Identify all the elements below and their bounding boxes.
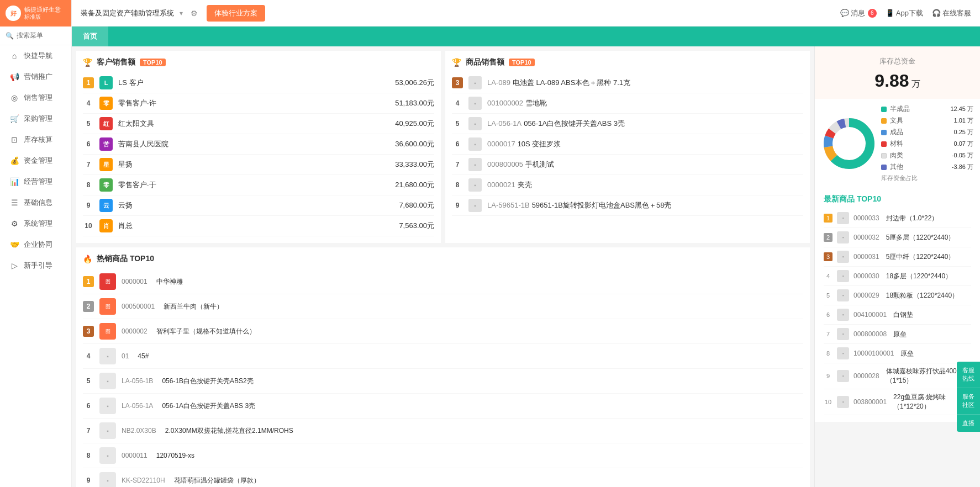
customer-name: 零售客户·于 bbox=[118, 180, 389, 190]
legend-item: 肉类 -0.05 万 bbox=[881, 151, 973, 160]
rank-number: 8 bbox=[452, 179, 463, 190]
customer-amount: 40,925.00元 bbox=[395, 119, 434, 129]
sidebar-label: 基础信息 bbox=[24, 198, 52, 208]
rank-number: 3 bbox=[83, 326, 94, 337]
community-btn[interactable]: 服务社区 bbox=[957, 388, 980, 415]
product-sales-title: 🏆 商品销售额 TOP10 bbox=[452, 57, 803, 67]
inventory-amount: 9.88 bbox=[874, 71, 909, 91]
customer-name: 红太阳文具 bbox=[118, 119, 389, 129]
product-sales-item: 5 ▪ LA-056-1A056-1A白色按键开关盖ABS 3壳 bbox=[452, 114, 803, 134]
purchase-icon: 🛒 bbox=[9, 114, 19, 123]
product-thumb: 图 bbox=[99, 323, 116, 340]
product-code: KK-SD22110H bbox=[122, 477, 165, 484]
logo-text: 畅捷通好生意 bbox=[24, 6, 61, 13]
sidebar-item-enterprise[interactable]: 🤝 企业协同 bbox=[0, 234, 71, 255]
sidebar-item-base-info[interactable]: ☰ 基础信息 bbox=[0, 192, 71, 213]
hot-item: 5 ▪ LA-056-1B 056-1B白色按键开关壳ABS2壳 bbox=[83, 369, 803, 394]
rank-number: 1 bbox=[824, 214, 833, 223]
product-code: 0000029 bbox=[853, 292, 879, 299]
product-code: 10000100001 bbox=[853, 350, 894, 357]
product-sales-item: 9 ▪ LA-59651-1B59651-1B旋转投影灯电池盒ABS黑色＋58壳 bbox=[452, 195, 803, 216]
product-info: 0000021夹壳 bbox=[487, 180, 803, 190]
legend-dot bbox=[881, 107, 887, 112]
customer-avatar: L bbox=[99, 76, 113, 89]
product-sales-item: 3 ▪ LA-089电池盖 LA-089 ABS本色＋黑种 7.1克 bbox=[452, 73, 803, 93]
sidebar-item-finance[interactable]: 💰 资金管理 bbox=[0, 150, 71, 171]
customer-avatar: 零 bbox=[99, 178, 113, 192]
inventory-title-row: 库存总资金 bbox=[824, 52, 971, 71]
sidebar-label: 营销推广 bbox=[24, 72, 52, 82]
sidebar-label: 企业协同 bbox=[24, 240, 52, 250]
rank-number: 1 bbox=[83, 276, 94, 287]
product-sales-panel: 🏆 商品销售额 TOP10 3 ▪ LA-089电池盖 LA-089 ABS本色… bbox=[445, 51, 810, 243]
sidebar-item-system[interactable]: ⚙ 系统管理 bbox=[0, 213, 71, 234]
hot-products-title: 🔥 热销商品 TOP10 bbox=[83, 254, 803, 264]
sidebar-logo: 好 畅捷通好生意 标准版 bbox=[0, 0, 71, 27]
customer-rank-item: 6 苦 苦南县人民医院 36,600.00元 bbox=[83, 134, 434, 155]
sidebar-item-sales[interactable]: ◎ 销售管理 bbox=[0, 87, 71, 108]
legend-dot bbox=[881, 153, 887, 158]
hot-item: 8 ▪ 0000011 12070519-xs bbox=[83, 443, 803, 468]
product-sales-item: 4 ▪ 001000002雪地靴 bbox=[452, 93, 803, 114]
product-thumb: ▪ bbox=[468, 199, 482, 212]
rank-number: 4 bbox=[83, 98, 94, 109]
customer-name: 零售客户·许 bbox=[118, 98, 389, 108]
message-badge: 6 bbox=[868, 9, 877, 18]
sidebar-item-inventory[interactable]: ⊡ 库存核算 bbox=[0, 129, 71, 150]
product-thumb: ▪ bbox=[837, 212, 849, 224]
customer-service-btn[interactable]: 客服热线 bbox=[957, 362, 980, 388]
product-name: 18颗粒板（1220*2440） bbox=[886, 291, 958, 300]
rank-number: 9 bbox=[83, 200, 94, 211]
customer-avatar: 星 bbox=[99, 158, 113, 171]
customer-badge: TOP10 bbox=[140, 59, 166, 66]
trial-btn[interactable]: 体验行业方案 bbox=[207, 5, 265, 22]
sidebar-nav: ⌂ 快捷导航 📢 营销推广 ◎ 销售管理 🛒 采购管理 ⊡ 库存核算 💰 资金管… bbox=[0, 45, 71, 487]
product-sales-item: 7 ▪ 000800005手机测试 bbox=[452, 155, 803, 175]
sidebar-item-operations[interactable]: 📊 经营管理 bbox=[0, 171, 71, 192]
product-code: 004100001 bbox=[853, 311, 887, 319]
product-name: 18多层（1220*2440） bbox=[886, 272, 952, 281]
product-name: 5厘多层（1220*2440） bbox=[886, 233, 955, 242]
marketing-icon: 📢 bbox=[9, 72, 19, 81]
product-name: 白钢垫 bbox=[893, 310, 913, 320]
sidebar-label: 新手引导 bbox=[24, 261, 52, 271]
customer-amount: 51,183.00元 bbox=[395, 98, 434, 108]
online-service-btn[interactable]: 🎧 在线客服 bbox=[932, 8, 971, 18]
latest-item: 4 ▪ 0000030 18多层（1220*2440） bbox=[824, 267, 971, 286]
rank-number: 9 bbox=[83, 475, 94, 486]
live-btn[interactable]: 直播 bbox=[957, 415, 980, 432]
message-btn[interactable]: 💬 消息 6 bbox=[840, 8, 877, 18]
message-icon: 💬 bbox=[840, 9, 849, 17]
home-icon: ⌂ bbox=[9, 51, 19, 60]
latest-products-title: 最新商品 TOP10 bbox=[824, 194, 971, 204]
customer-rank-item: 4 零 零售客户·许 51,183.00元 bbox=[83, 93, 434, 114]
rank-number: 10 bbox=[824, 398, 833, 406]
product-thumb: ▪ bbox=[99, 398, 116, 414]
product-thumb: ▪ bbox=[837, 396, 849, 408]
legend-item: 材料 0.07 万 bbox=[881, 139, 973, 149]
sidebar-item-marketing[interactable]: 📢 营销推广 bbox=[0, 66, 71, 87]
sidebar-search[interactable]: 🔍 搜索菜单 bbox=[0, 27, 71, 45]
app-download-btn[interactable]: 📱 App下载 bbox=[886, 8, 923, 18]
legend-value: 0.25 万 bbox=[954, 128, 973, 136]
settings-icon[interactable]: ⚙ bbox=[191, 9, 198, 18]
enterprise-icon: 🤝 bbox=[9, 240, 19, 249]
dropdown-arrow-icon[interactable]: ▾ bbox=[180, 9, 183, 17]
product-code: 0000033 bbox=[853, 214, 879, 222]
rank-number: 5 bbox=[83, 118, 94, 129]
sidebar-item-purchase[interactable]: 🛒 采购管理 bbox=[0, 108, 71, 129]
rank-number: 8 bbox=[83, 450, 94, 461]
product-sales-badge: TOP10 bbox=[509, 59, 535, 66]
product-name: 花语萌恒温分罐罐袋（厚款） bbox=[174, 476, 803, 485]
message-label: 消息 bbox=[851, 8, 865, 18]
sidebar-item-guide[interactable]: ▷ 新手引导 bbox=[0, 255, 71, 276]
hot-item: 6 ▪ LA-056-1A 056-1A白色按键开关盖ABS 3壳 bbox=[83, 394, 803, 419]
legend-item: 半成品 12.45 万 bbox=[881, 104, 973, 114]
product-info: 000800005手机测试 bbox=[487, 160, 803, 170]
product-code: NB2.0X30B bbox=[122, 427, 156, 435]
search-label: 搜索菜单 bbox=[17, 31, 43, 40]
customer-name: LS 客户 bbox=[118, 78, 389, 88]
legend-item: 成品 0.25 万 bbox=[881, 128, 973, 137]
sidebar-item-quick-nav[interactable]: ⌂ 快捷导航 bbox=[0, 45, 71, 66]
tab-home[interactable]: 首页 bbox=[72, 27, 108, 46]
